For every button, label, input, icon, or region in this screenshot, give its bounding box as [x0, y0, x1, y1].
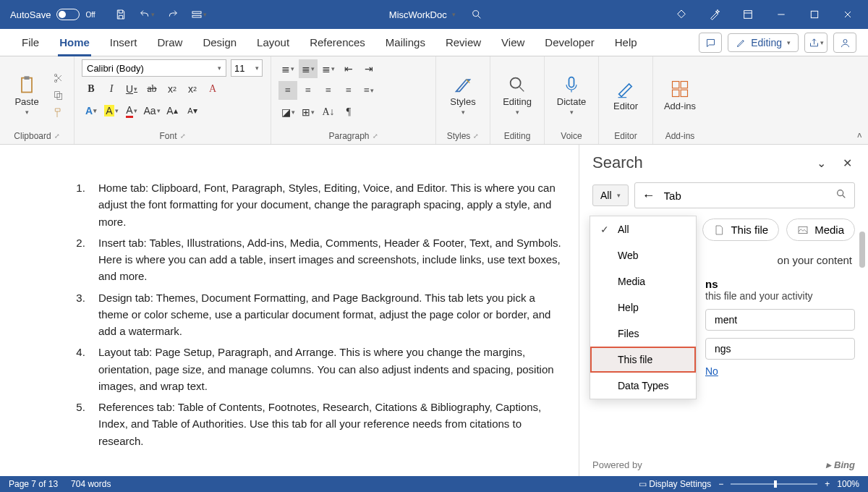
tab-file[interactable]: File	[12, 29, 49, 56]
dropdown-item-thisfile[interactable]: This file	[590, 347, 696, 373]
numbering-button[interactable]: ≣▾	[299, 59, 318, 78]
line-spacing-button[interactable]: ≡▾	[359, 81, 378, 100]
zoom-out-button[interactable]: −	[718, 479, 723, 489]
tab-layout[interactable]: Layout	[247, 29, 299, 56]
dropdown-item-datatypes[interactable]: Data Types	[590, 373, 696, 399]
back-arrow-icon[interactable]: ←	[642, 188, 655, 203]
tab-mailings[interactable]: Mailings	[375, 29, 435, 56]
maximize-icon[interactable]	[800, 4, 829, 25]
microphone-icon	[561, 75, 582, 95]
filter-pill-media[interactable]: Media	[786, 219, 855, 241]
scrollbar-thumb[interactable]	[859, 232, 865, 268]
search-input-box[interactable]: ←	[634, 182, 855, 208]
grow-font-button[interactable]: A▴	[163, 101, 182, 120]
tab-references[interactable]: References	[299, 29, 375, 56]
dialog-launcher-icon[interactable]: ⤢	[180, 132, 186, 140]
tab-review[interactable]: Review	[435, 29, 491, 56]
font-size-select[interactable]: 11▾	[231, 59, 263, 77]
window-icon[interactable]	[733, 4, 762, 25]
editing-button[interactable]: Editing▾	[498, 59, 537, 131]
comments-button[interactable]	[699, 33, 722, 53]
minimize-icon[interactable]	[767, 4, 796, 25]
display-settings-button[interactable]: ▭ Display Settings	[639, 479, 711, 489]
close-icon[interactable]	[833, 4, 862, 25]
word-count[interactable]: 704 words	[71, 479, 111, 489]
dictate-button[interactable]: Dictate▾	[552, 59, 591, 131]
document-title[interactable]: MiscWorkDoc ▾	[389, 9, 456, 20]
search-input[interactable]	[664, 190, 827, 202]
underline-button[interactable]: U▾	[122, 80, 141, 98]
dropdown-item-all[interactable]: All	[590, 216, 696, 242]
multilevel-button[interactable]: ≣▾	[319, 59, 338, 78]
align-left-button[interactable]: ≡	[278, 81, 297, 100]
format-painter-icon[interactable]	[51, 106, 67, 120]
page-indicator[interactable]: Page 7 of 13	[9, 479, 58, 489]
dialog-launcher-icon[interactable]: ⤢	[473, 132, 479, 140]
change-case-button[interactable]: Aa▾	[142, 101, 161, 120]
redo-icon[interactable]	[162, 4, 184, 25]
collapse-ribbon-icon[interactable]: ʌ	[857, 130, 862, 140]
cut-icon[interactable]	[51, 71, 67, 85]
highlight-button[interactable]: A▾	[102, 101, 121, 120]
autosave-toggle[interactable]: AutoSave Off	[0, 9, 106, 20]
suggestion-button-1[interactable]: ment	[705, 309, 855, 331]
paste-button[interactable]: Paste ▾	[7, 59, 46, 131]
undo-icon[interactable]: ▾	[136, 4, 158, 25]
document-canvas[interactable]: Home tab: Clipboard, Font, Paragraph, St…	[0, 145, 579, 476]
copy-icon[interactable]	[51, 88, 67, 103]
addins-button[interactable]: Add-ins	[660, 59, 699, 131]
dropdown-item-help[interactable]: Help	[590, 294, 696, 321]
zoom-level[interactable]: 100%	[837, 479, 859, 489]
dropdown-item-web[interactable]: Web	[590, 242, 696, 268]
dialog-launcher-icon[interactable]: ⤢	[54, 132, 60, 140]
dialog-launcher-icon[interactable]: ⤢	[373, 132, 378, 140]
tab-developer[interactable]: Developer	[535, 29, 604, 56]
align-right-button[interactable]: ≡	[319, 81, 338, 100]
bold-button[interactable]: B	[82, 80, 101, 98]
account-button[interactable]	[833, 33, 856, 53]
justify-button[interactable]: ≡	[339, 81, 358, 100]
zoom-slider[interactable]	[731, 483, 817, 485]
show-marks-button[interactable]: ¶	[339, 103, 358, 122]
align-center-button[interactable]: ≡	[299, 81, 318, 100]
styles-button[interactable]: Styles▾	[443, 59, 482, 131]
tab-view[interactable]: View	[491, 29, 535, 56]
zoom-in-button[interactable]: +	[825, 479, 830, 489]
suggestion-button-2[interactable]: ngs	[705, 338, 855, 360]
font-color-button[interactable]: A▾	[122, 101, 141, 120]
share-button[interactable]: ▾	[804, 33, 827, 53]
italic-button[interactable]: I	[102, 80, 121, 98]
tab-home[interactable]: Home	[49, 29, 100, 56]
strike-button[interactable]: ab	[142, 80, 161, 98]
tab-insert[interactable]: Insert	[100, 29, 148, 56]
tab-help[interactable]: Help	[605, 29, 647, 56]
shading-button[interactable]: ◪▾	[278, 103, 297, 122]
quickbar-icon[interactable]: ▾	[188, 4, 210, 25]
editor-button[interactable]: Editor	[606, 59, 645, 131]
decrease-indent-button[interactable]: ⇤	[339, 59, 358, 78]
chevron-down-icon[interactable]: ⌄	[813, 155, 829, 171]
close-icon[interactable]: ✕	[839, 155, 855, 171]
font-name-select[interactable]: Calibri (Body)▾	[82, 59, 226, 77]
search-icon[interactable]	[466, 4, 488, 25]
shrink-font-button[interactable]: A▾	[183, 101, 202, 120]
text-effects-button[interactable]: A▾	[82, 101, 101, 120]
bullets-button[interactable]: ≣▾	[278, 59, 297, 78]
increase-indent-button[interactable]: ⇥	[359, 59, 378, 78]
sort-button[interactable]: A↓	[319, 103, 338, 122]
diamond-icon[interactable]	[667, 4, 696, 25]
tab-draw[interactable]: Draw	[147, 29, 192, 56]
editing-mode-button[interactable]: Editing ▾	[728, 33, 799, 52]
superscript-button[interactable]: x2	[183, 80, 202, 98]
borders-button[interactable]: ⊞▾	[299, 103, 318, 122]
dropdown-item-media[interactable]: Media	[590, 268, 696, 294]
save-icon[interactable]	[110, 4, 132, 25]
search-filter-button[interactable]: All ▾	[592, 184, 629, 206]
search-icon[interactable]	[835, 188, 847, 203]
clear-format-button[interactable]: A	[203, 80, 222, 98]
wand-icon[interactable]	[700, 4, 729, 25]
filter-pill-thisfile[interactable]: This file	[702, 219, 779, 241]
tab-design[interactable]: Design	[192, 29, 247, 56]
dropdown-item-files[interactable]: Files	[590, 321, 696, 347]
subscript-button[interactable]: x2	[163, 80, 182, 98]
